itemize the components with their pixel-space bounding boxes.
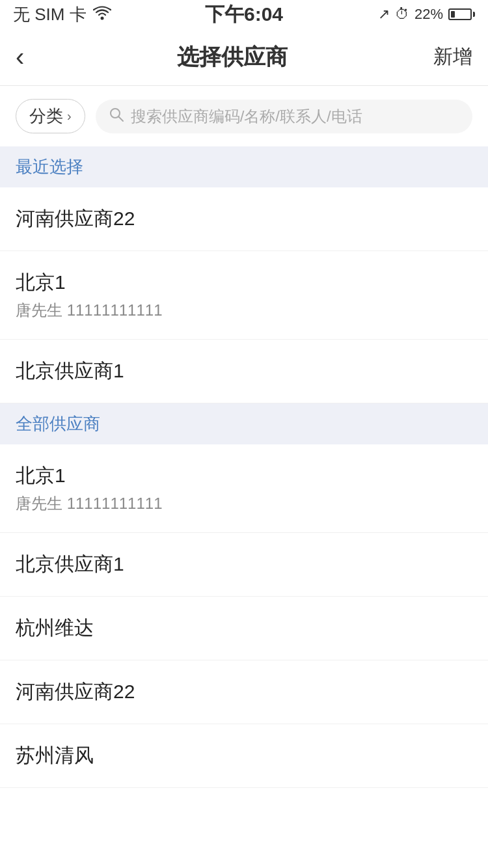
status-bar: 无 SIM 卡 下午6:04 ↗ ⏱ 22% xyxy=(0,0,488,29)
list-item[interactable]: 苏州清风 xyxy=(0,724,488,788)
item-name: 北京供应商1 xyxy=(16,358,472,385)
list-item[interactable]: 河南供应商22 xyxy=(0,187,488,251)
search-icon xyxy=(109,107,124,126)
page-title: 选择供应商 xyxy=(177,42,288,72)
recent-section-label: 最近选择 xyxy=(16,157,83,176)
list-item[interactable]: 河南供应商22 xyxy=(0,660,488,724)
item-name: 北京1 xyxy=(16,269,472,296)
status-right: ↗ ⏱ 22% xyxy=(378,6,475,23)
battery-percent: 22% xyxy=(414,6,443,23)
alarm-icon: ⏱ xyxy=(395,6,409,23)
item-sub: 唐先生 11111111111 xyxy=(16,300,472,321)
recent-section-header: 最近选择 xyxy=(0,146,488,187)
all-section-label: 全部供应商 xyxy=(16,414,100,433)
category-label: 分类 xyxy=(29,105,63,128)
battery-icon xyxy=(448,8,475,20)
list-item[interactable]: 北京供应商1 xyxy=(0,533,488,597)
status-left: 无 SIM 卡 xyxy=(13,3,111,26)
item-name: 北京供应商1 xyxy=(16,551,472,578)
item-name: 苏州清风 xyxy=(16,742,472,769)
item-sub: 唐先生 11111111111 xyxy=(16,493,472,514)
add-button[interactable]: 新增 xyxy=(433,44,472,70)
list-item[interactable]: 北京1 唐先生 11111111111 xyxy=(0,444,488,533)
category-button[interactable]: 分类 › xyxy=(16,99,85,133)
wifi-icon xyxy=(93,5,111,25)
recent-items-list: 河南供应商22 北京1 唐先生 11111111111 北京供应商1 xyxy=(0,187,488,403)
svg-point-0 xyxy=(100,16,103,20)
sim-text: 无 SIM 卡 xyxy=(13,3,87,26)
list-item[interactable]: 北京1 唐先生 11111111111 xyxy=(0,251,488,340)
item-name: 北京1 xyxy=(16,463,472,489)
nav-bar: ‹ 选择供应商 新增 xyxy=(0,29,488,86)
all-section-header: 全部供应商 xyxy=(0,403,488,444)
all-items-list: 北京1 唐先生 11111111111 北京供应商1 杭州维达 河南供应商22 … xyxy=(0,444,488,788)
search-box[interactable]: 搜索供应商编码/名称/联系人/电话 xyxy=(96,100,472,133)
location-icon: ↗ xyxy=(378,6,390,23)
svg-line-2 xyxy=(118,116,123,121)
item-name: 杭州维达 xyxy=(16,615,472,642)
list-item[interactable]: 杭州维达 xyxy=(0,597,488,660)
list-item[interactable]: 北京供应商1 xyxy=(0,340,488,403)
search-placeholder: 搜索供应商编码/名称/联系人/电话 xyxy=(131,106,362,127)
status-time: 下午6:04 xyxy=(205,1,283,28)
item-name: 河南供应商22 xyxy=(16,206,472,232)
filter-bar: 分类 › 搜索供应商编码/名称/联系人/电话 xyxy=(0,86,488,146)
item-name: 河南供应商22 xyxy=(16,679,472,705)
back-button[interactable]: ‹ xyxy=(9,36,31,78)
chevron-right-icon: › xyxy=(67,109,72,124)
